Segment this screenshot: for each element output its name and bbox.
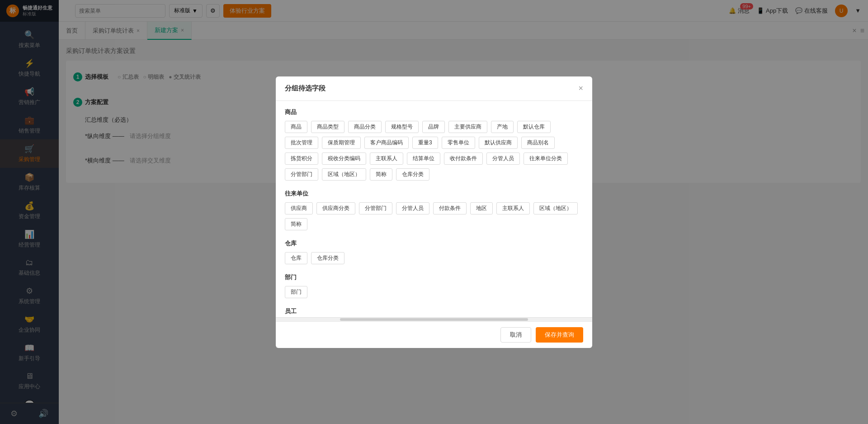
modal-scroll-x[interactable] <box>276 317 592 321</box>
section-warehouse-title: 仓库 <box>285 239 583 248</box>
tag-default-supplier[interactable]: 默认供应商 <box>479 137 518 149</box>
tag-spec-model[interactable]: 规格型号 <box>385 121 419 133</box>
tag-alias[interactable]: 商品别名 <box>521 137 555 149</box>
tag-warehouse-category[interactable]: 仓库分类 <box>311 252 344 264</box>
tag-product[interactable]: 商品 <box>285 121 307 133</box>
tag-product-category[interactable]: 商品分类 <box>348 121 382 133</box>
tag-tax-code[interactable]: 税收分类编码 <box>322 152 366 165</box>
tag-dept[interactable]: 分管部门 <box>285 168 318 181</box>
tag-department[interactable]: 部门 <box>285 286 307 298</box>
tag-partner-dept[interactable]: 分管部门 <box>359 202 392 214</box>
tag-main-contact[interactable]: 主联系人 <box>370 152 403 165</box>
tag-partner-category[interactable]: 往来单位分类 <box>524 152 568 165</box>
tag-supplier[interactable]: 供应商 <box>285 202 313 214</box>
section-department-title: 部门 <box>285 273 583 281</box>
section-partner-title: 往来单位 <box>285 190 583 198</box>
section-product: 商品 商品 商品类型 商品分类 规格型号 品牌 主要供应商 产地 默认仓库 批次… <box>285 108 583 181</box>
tag-quality-mgmt[interactable]: 保质期管理 <box>322 137 361 149</box>
tag-region[interactable]: 区域（地区） <box>322 168 366 181</box>
cancel-button[interactable]: 取消 <box>500 327 531 343</box>
tag-warehouse[interactable]: 仓库 <box>285 252 307 264</box>
tag-default-warehouse[interactable]: 默认仓库 <box>517 121 551 133</box>
tag-product-type[interactable]: 商品类型 <box>311 121 344 133</box>
confirm-button[interactable]: 保存并查询 <box>536 327 583 343</box>
modal-footer: 取消 保存并查询 <box>276 321 592 348</box>
modal-close-button[interactable]: × <box>578 84 583 93</box>
section-partner-tags: 供应商 供应商分类 分管部门 分管人员 付款条件 地区 主联系人 区域（地区） … <box>285 202 583 230</box>
tag-main-supplier[interactable]: 主要供应商 <box>448 121 487 133</box>
section-partner: 往来单位 供应商 供应商分类 分管部门 分管人员 付款条件 地区 主联系人 区域… <box>285 190 583 230</box>
tag-payment-cond[interactable]: 付款条件 <box>433 202 467 214</box>
tag-warehouse-cat[interactable]: 仓库分类 <box>396 168 429 181</box>
section-warehouse: 仓库 仓库 仓库分类 <box>285 239 583 264</box>
section-warehouse-tags: 仓库 仓库分类 <box>285 252 583 264</box>
tag-settlement-unit[interactable]: 结算单位 <box>407 152 440 165</box>
tag-retail-unit[interactable]: 零售单位 <box>442 137 475 149</box>
section-employee-title: 员工 <box>285 307 583 315</box>
tag-picking-points[interactable]: 拣货积分 <box>285 152 318 165</box>
tag-partner-manager[interactable]: 分管人员 <box>396 202 429 214</box>
tag-region2[interactable]: 区域（地区） <box>533 202 578 214</box>
modal-title: 分组待选字段 <box>285 84 326 93</box>
scroll-thumb <box>340 318 528 321</box>
field-selection-modal: 分组待选字段 × 商品 商品 商品类型 商品分类 规格型号 品牌 主要供应商 产… <box>276 76 592 348</box>
tag-main-contact2[interactable]: 主联系人 <box>496 202 530 214</box>
section-product-title: 商品 <box>285 108 583 116</box>
tag-manager[interactable]: 分管人员 <box>486 152 520 165</box>
modal-overlay: 分组待选字段 × 商品 商品 商品类型 商品分类 规格型号 品牌 主要供应商 产… <box>0 0 868 424</box>
section-department-tags: 部门 <box>285 286 583 298</box>
section-product-tags: 商品 商品类型 商品分类 规格型号 品牌 主要供应商 产地 默认仓库 批次管理 … <box>285 121 583 181</box>
tag-brand[interactable]: 品牌 <box>422 121 445 133</box>
tag-area[interactable]: 地区 <box>470 202 493 214</box>
tag-batch-mgmt[interactable]: 批次管理 <box>285 137 318 149</box>
section-employee: 员工 业务员 <box>285 307 583 317</box>
tag-abbr2[interactable]: 简称 <box>285 218 307 230</box>
tag-supplier-cat[interactable]: 供应商分类 <box>316 202 355 214</box>
tag-weight[interactable]: 重量3 <box>412 137 438 149</box>
modal-header: 分组待选字段 × <box>276 76 592 101</box>
tag-payment-terms[interactable]: 收付款条件 <box>444 152 483 165</box>
tag-abbr[interactable]: 简称 <box>370 168 392 181</box>
section-department: 部门 部门 <box>285 273 583 298</box>
tag-customer-code[interactable]: 客户商品编码 <box>364 137 409 149</box>
modal-body: 商品 商品 商品类型 商品分类 规格型号 品牌 主要供应商 产地 默认仓库 批次… <box>276 101 592 317</box>
tag-origin[interactable]: 产地 <box>491 121 514 133</box>
